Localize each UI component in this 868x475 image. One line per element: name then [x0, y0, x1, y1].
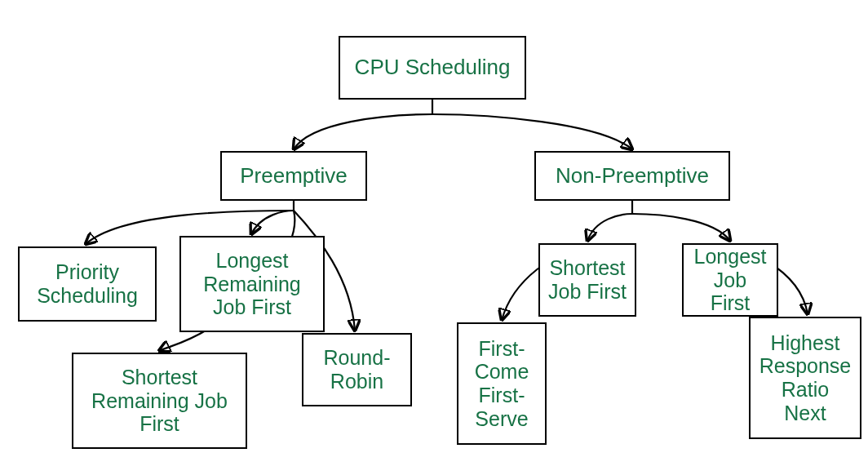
node-root: CPU Scheduling — [339, 36, 526, 100]
node-preemptive: Preemptive — [220, 151, 367, 201]
node-nonpreemptive-label: Non-Preemptive — [556, 164, 709, 189]
diagram-canvas: CPU Scheduling Preemptive Non-Preemptive… — [0, 0, 868, 475]
node-root-label: CPU Scheduling — [355, 55, 511, 80]
node-round-robin: Round-Robin — [302, 333, 412, 406]
node-lrjf-label: Longest Remaining Job First — [189, 249, 315, 319]
node-shortest-remaining-job-first: Shortest Remaining Job First — [72, 353, 247, 449]
node-preemptive-label: Preemptive — [240, 164, 348, 189]
node-hrrn-label: Highest Response Ratio Next — [759, 331, 852, 425]
node-priority-scheduling-label: Priority Scheduling — [28, 260, 147, 308]
node-highest-response-ratio-next: Highest Response Ratio Next — [749, 317, 861, 439]
node-rr-label: Round-Robin — [312, 346, 402, 393]
node-priority-scheduling: Priority Scheduling — [18, 246, 157, 322]
node-first-come-first-serve: First-Come First-Serve — [457, 322, 547, 445]
node-srjf-label: Shortest Remaining Job First — [82, 366, 237, 436]
node-nonpreemptive: Non-Preemptive — [534, 151, 730, 201]
node-ljf-label: Longest Job First — [692, 245, 768, 315]
node-longest-job-first: Longest Job First — [682, 243, 778, 317]
node-fcfs-label: First-Come First-Serve — [467, 337, 537, 431]
node-shortest-job-first: Shortest Job First — [538, 243, 636, 317]
node-sjf-label: Shortest Job First — [548, 256, 627, 304]
node-longest-remaining-job-first: Longest Remaining Job First — [179, 236, 325, 332]
